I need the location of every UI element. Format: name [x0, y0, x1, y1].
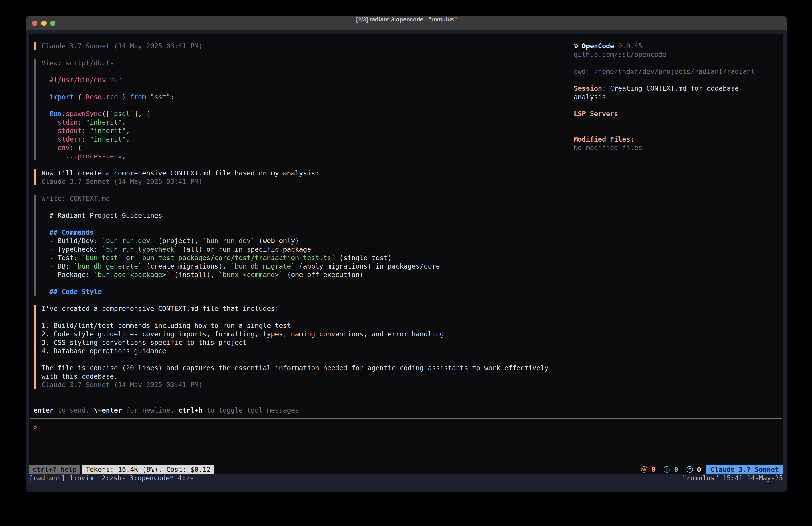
text-segment: Claude 3.7 Sonnet (14 May 2025 03:41 PM) — [41, 381, 202, 389]
sidebar-row: LSP Servers — [574, 110, 618, 118]
text-segment: `bun add <package>` — [94, 271, 170, 279]
text-segment: The file is concise (20 lines) and captu… — [41, 364, 549, 372]
text-segment: + — [98, 406, 102, 414]
help-chip: ctrl+? help — [29, 465, 81, 474]
chat-line: View: script/db.ts — [41, 59, 174, 67]
chat-line: Now I'll create a comprehensive CONTEXT.… — [41, 169, 319, 177]
text-segment: to toggle tool messages — [203, 406, 299, 414]
chat-line: - Build/Dev: `bun run dev` (project), `b… — [41, 237, 440, 245]
chat-line: import { Resource } from "sst"; — [41, 93, 174, 101]
text-segment: - — [49, 254, 54, 262]
chat-line: stderr: "inherit", — [41, 135, 174, 144]
block-lines: I've created a comprehensive CONTEXT.md … — [41, 304, 549, 389]
text-segment — [41, 135, 58, 143]
titlebar: [2/3] radiant:3:opencode - "romulus" — [26, 16, 787, 30]
text-segment: ], { — [134, 110, 150, 118]
text-segment: , — [122, 152, 126, 160]
chat-block: Now I'll create a comprehensive CONTEXT.… — [34, 169, 319, 186]
text-segment: `bun test` — [82, 254, 122, 262]
text-segment: : — [78, 118, 82, 126]
text-segment: ## Code Style — [41, 288, 102, 296]
text-segment: stdout — [58, 127, 82, 134]
desktop: [2/3] radiant:3:opencode - "romulus" Cla… — [0, 0, 812, 526]
chat-line: # Radiant Project Guidelines — [41, 211, 440, 220]
text-segment: `bun run typecheck` — [102, 245, 178, 253]
text-segment: : — [602, 84, 610, 92]
text-segment: { — [74, 93, 86, 101]
text-segment — [678, 466, 686, 473]
text-segment: "sst" — [150, 93, 170, 101]
block-accent-bar — [34, 305, 36, 389]
text-segment: enter — [102, 406, 122, 414]
keybind-hints: enter to send, \+enter for newline, ctrl… — [33, 406, 299, 415]
block-accent-bar — [34, 169, 36, 185]
text-segment: Now I'll create a comprehensive CONTEXT.… — [41, 169, 319, 177]
text-segment — [41, 127, 58, 134]
chat-line: - Test: `bun test` or `bun test packages… — [41, 254, 440, 262]
text-segment: import — [49, 93, 74, 101]
block-lines: View: script/db.ts #!/usr/bin/env bun im… — [41, 59, 174, 160]
text-segment — [41, 93, 49, 101]
text-segment: } — [118, 93, 130, 101]
block-accent-bar — [34, 59, 36, 160]
text-segment — [41, 110, 49, 118]
tmux-window-list[interactable]: [radiant] 1:nvim 2:zsh- 3:opencode* 4:zs… — [29, 474, 198, 482]
text-segment: , — [126, 127, 130, 134]
text-segment: `bun test packages/core/test/transaction… — [138, 254, 335, 262]
chat-line: ## Code Style — [41, 287, 440, 296]
status-bar: ctrl+? help Tokens: 16.4K (8%), Cost: $0… — [29, 465, 783, 474]
chat-line: - TypeCheck: `bun run typecheck` (all) o… — [41, 245, 440, 254]
text-segment: 2. Code style guidelines covering import… — [41, 330, 444, 338]
tmux-status-bar: [radiant] 1:nvim 2:zsh- 3:opencode* 4:zs… — [26, 474, 787, 492]
text-segment: env — [110, 152, 122, 160]
text-segment: . — [106, 152, 110, 160]
text-segment: (single test) — [335, 254, 392, 262]
sidebar-row: cwd: /home/thdxr/dev/projects/radiant/ra… — [574, 67, 755, 76]
text-segment: Claude 3.7 Sonnet (14 May 2025 03:41 PM) — [41, 42, 202, 50]
text-segment — [41, 144, 58, 152]
sidebar-row: Modified Files: — [574, 135, 634, 144]
text-segment: , — [122, 118, 126, 126]
chat-line — [41, 101, 174, 110]
text-segment: `bunx <command>` — [219, 271, 283, 279]
text-segment: /usr/bin/env bun — [58, 76, 122, 84]
chat-block: I've created a comprehensive CONTEXT.md … — [34, 304, 549, 389]
sidebar-row: No modified files — [574, 144, 642, 152]
text-segment: Claude 3.7 Sonnet (14 May 2025 03:41 PM) — [41, 177, 202, 185]
text-segment: ! — [54, 76, 58, 84]
text-segment: process — [78, 152, 106, 160]
chat-line — [41, 313, 549, 322]
text-segment: No modified files — [574, 144, 642, 152]
text-segment: , — [126, 135, 130, 143]
chat-line: 1. Build/lint/test commands including ho… — [41, 322, 549, 330]
text-segment: Creating CONTEXT.md for codebase — [610, 84, 739, 92]
text-segment: for newline, — [122, 406, 178, 414]
text-segment: Modified Files: — [574, 135, 634, 143]
text-segment: github.com/sst/opencode — [574, 51, 666, 58]
block-accent-bar — [34, 195, 36, 296]
text-segment: `psql` — [110, 110, 134, 118]
text-segment: - — [49, 245, 54, 253]
chat-block: Claude 3.7 Sonnet (14 May 2025 03:41 PM) — [34, 42, 202, 51]
text-segment: Resource — [86, 93, 118, 101]
text-segment: Write: CONTEXT.md — [41, 195, 110, 202]
text-segment: © OpenCode — [574, 42, 614, 50]
text-segment: 0.0.45 — [614, 42, 642, 50]
text-segment: DB: — [54, 262, 74, 270]
text-segment: "inherit" — [90, 127, 126, 134]
text-segment: Session — [574, 84, 602, 92]
text-segment: LSP Servers — [574, 110, 618, 118]
text-segment: or — [122, 254, 138, 262]
chat-line: - Package: `bun add <package>` (install)… — [41, 271, 440, 279]
sidebar-row: github.com/sst/opencode — [574, 51, 666, 59]
text-segment — [41, 254, 49, 262]
sidebar-row: analysis — [574, 93, 606, 101]
text-segment — [82, 118, 86, 126]
text-segment: `bun db migrate` — [231, 262, 295, 270]
chat-line — [41, 84, 174, 93]
message-input[interactable]: > — [33, 423, 546, 431]
chat-line: Bun.spawnSync([`psql`], { — [41, 110, 174, 118]
chat-line: Claude 3.7 Sonnet (14 May 2025 03:41 PM) — [41, 42, 202, 51]
text-segment: 0 — [693, 466, 701, 473]
text-segment: ... — [41, 152, 78, 160]
